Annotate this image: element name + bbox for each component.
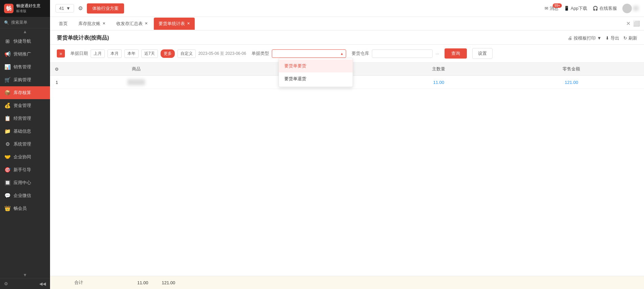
dropdown-item-return[interactable]: 要货单退货 [279, 72, 353, 85]
promo-button[interactable]: 体验行业方案 [87, 3, 124, 14]
sidebar-item-purchase[interactable]: 🛒 采购管理 [0, 73, 50, 86]
cell-quantity[interactable]: 11.00 [379, 76, 499, 89]
col-settings[interactable]: ⚙ [50, 63, 64, 76]
sidebar-item-label: 企业微信 [14, 193, 31, 199]
more-options-icon[interactable]: ··· [435, 51, 439, 56]
refresh-button[interactable]: ↻ 刷新 [623, 35, 637, 41]
app-name: 畅捷通好生意 [16, 3, 41, 9]
tab-demand-label: 要货单统计表 [159, 21, 185, 27]
sidebar-scroll-down[interactable]: ▼ [0, 272, 50, 278]
sidebar-item-label: 应用中心 [14, 180, 31, 186]
sidebar-item-label: 基础信息 [14, 128, 31, 134]
print-button[interactable]: 🖨 按模板打印 ▼ [568, 35, 601, 41]
sidebar-item-label: 系统管理 [14, 141, 31, 147]
date-btn-7days[interactable]: 近7天 [141, 49, 158, 58]
export-button[interactable]: ⬇ 导出 [605, 35, 619, 41]
tab-batch-close[interactable]: ✕ [102, 21, 105, 26]
branch-selector[interactable]: 41 ▼ [55, 4, 74, 13]
tab-demand[interactable]: 要货单统计表 ✕ [154, 18, 195, 30]
filter-bar: » 单据日期 上月 本月 本年 近7天 更多 自定义 2023-05-06 至 … [50, 45, 644, 63]
date-btn-custom[interactable]: 自定义 [177, 49, 196, 58]
basics-icon: 📁 [4, 128, 11, 134]
message-badge: 99+ [553, 3, 562, 8]
apps-icon: 🔲 [4, 180, 11, 186]
dropdown-item-order[interactable]: 要货单要货 [279, 60, 353, 72]
query-button[interactable]: 查询 [445, 48, 467, 59]
tab-demand-close[interactable]: ✕ [187, 21, 190, 26]
chevron-down-icon: ▼ [66, 6, 70, 11]
sidebar: 畅 畅捷通好生意 标准版 🔍 搜索菜单 ▲ ⊞ 快捷导航 📢 营销推广 📊 销售… [0, 0, 50, 289]
app-download-label: App下载 [571, 5, 587, 12]
sidebar-item-apps[interactable]: 🔲 应用中心 [0, 176, 50, 189]
marketing-icon: 📢 [4, 51, 11, 57]
sidebar-item-label: 经营管理 [14, 115, 31, 121]
cell-product: 商品名称 [64, 76, 209, 89]
collapse-icon[interactable]: ◀◀ [39, 281, 46, 286]
top-header: 41 ▼ ⚙ 体验行业方案 ✉ 消息 99+ 📱 App下载 🎧 在线客服 R [50, 0, 644, 17]
sidebar-item-inventory[interactable]: 📦 库存核算 [0, 86, 50, 99]
app-download-item[interactable]: 📱 App下载 [564, 5, 587, 12]
sidebar-item-operations[interactable]: 📋 经营管理 [0, 112, 50, 125]
sidebar-nav: ⊞ 快捷导航 📢 营销推广 📊 销售管理 🛒 采购管理 📦 库存核算 💰 资金管… [0, 35, 50, 272]
date-btn-this-year[interactable]: 本年 [124, 49, 139, 58]
sidebar-item-enterprise[interactable]: 🤝 企业协同 [0, 151, 50, 163]
tab-window-controls: ✕ ⬜ [626, 20, 640, 27]
sidebar-item-basics[interactable]: 📁 基础信息 [0, 125, 50, 138]
type-select-wrapper[interactable] [272, 49, 346, 58]
export-icon: ⬇ [605, 36, 609, 41]
sidebar-item-sales[interactable]: 📊 销售管理 [0, 61, 50, 73]
footer-total-label: 合计 [54, 280, 83, 286]
type-filter-group: 单据类型 要货单要货 要货单退货 [252, 49, 346, 58]
date-btn-last-month[interactable]: 上月 [91, 49, 105, 58]
tab-home-label: 首页 [59, 21, 68, 27]
warehouse-filter-label: 要货仓库 [352, 50, 369, 57]
warehouse-select-input[interactable] [372, 49, 433, 58]
table-container: ⚙ 商品 主计量单位 主数量 零售金额 1 商品名称 块 11.00 [50, 63, 644, 276]
product-name: 商品名称 [127, 79, 145, 85]
sidebar-item-label: 畅会员 [14, 205, 27, 212]
sidebar-item-member[interactable]: 👑 畅会员 [0, 202, 50, 215]
printer-icon: 🖨 [568, 36, 572, 41]
settings-icon[interactable]: ⚙ [4, 281, 8, 286]
page-actions: 🖨 按模板打印 ▼ ⬇ 导出 ↻ 刷新 [568, 35, 637, 41]
maximize-window-icon[interactable]: ⬜ [633, 20, 640, 27]
sidebar-search[interactable]: 🔍 搜索菜单 [0, 17, 50, 28]
wechat-icon: 💬 [4, 193, 11, 199]
message-item[interactable]: ✉ 消息 99+ [545, 5, 558, 12]
export-label: 导出 [611, 35, 619, 41]
enterprise-icon: 🤝 [4, 154, 11, 160]
tab-home[interactable]: 首页 [54, 18, 72, 30]
sidebar-item-shortcut[interactable]: ⊞ 快捷导航 [0, 35, 50, 48]
settings-button[interactable]: 设置 [472, 48, 493, 59]
sidebar-item-wechat[interactable]: 💬 企业微信 [0, 189, 50, 202]
sidebar-item-system[interactable]: ⚙ 系统管理 [0, 138, 50, 151]
cell-amount[interactable]: 121.00 [499, 76, 644, 89]
sidebar-bottom: ⚙ ◀◀ [0, 278, 50, 289]
type-select-input[interactable] [272, 49, 346, 58]
header-right: ✉ 消息 99+ 📱 App下载 🎧 在线客服 Rit [545, 4, 639, 13]
date-range-text: 2023-05-06 至 2023-06-06 [198, 51, 246, 57]
user-avatar[interactable]: Rit [622, 4, 639, 13]
message-icon: ✉ [545, 6, 548, 11]
online-service-item[interactable]: 🎧 在线客服 [593, 5, 617, 12]
date-btn-this-month[interactable]: 本月 [108, 49, 122, 58]
purchase-icon: 🛒 [4, 77, 11, 83]
page-header: 要货单统计表(按商品) 🖨 按模板打印 ▼ ⬇ 导出 ↻ 刷新 [50, 30, 644, 45]
filter-toggle-btn[interactable]: » [57, 49, 65, 58]
sidebar-scroll-up[interactable]: ▲ [0, 28, 50, 35]
sidebar-item-marketing[interactable]: 📢 营销推广 [0, 48, 50, 61]
header-gear-icon[interactable]: ⚙ [78, 5, 83, 12]
tab-batch[interactable]: 库存批次账 ✕ [74, 18, 110, 30]
tab-receivables[interactable]: 收发存汇总表 ✕ [112, 18, 152, 30]
print-label: 按模板打印 [574, 35, 596, 41]
close-window-icon[interactable]: ✕ [626, 20, 630, 27]
tabs-bar: 首页 库存批次账 ✕ 收发存汇总表 ✕ 要货单统计表 ✕ ✕ ⬜ [50, 17, 644, 30]
sidebar-item-finance[interactable]: 💰 资金管理 [0, 99, 50, 112]
sidebar-logo: 畅 畅捷通好生意 标准版 [0, 0, 50, 17]
col-quantity: 主数量 [379, 63, 499, 76]
search-icon: 🔍 [4, 20, 9, 25]
sidebar-item-guide[interactable]: 🎯 新手引导 [0, 163, 50, 176]
warehouse-filter-group: 要货仓库 ··· [352, 49, 439, 58]
date-btn-more[interactable]: 更多 [161, 49, 175, 58]
tab-receivables-close[interactable]: ✕ [145, 21, 148, 26]
